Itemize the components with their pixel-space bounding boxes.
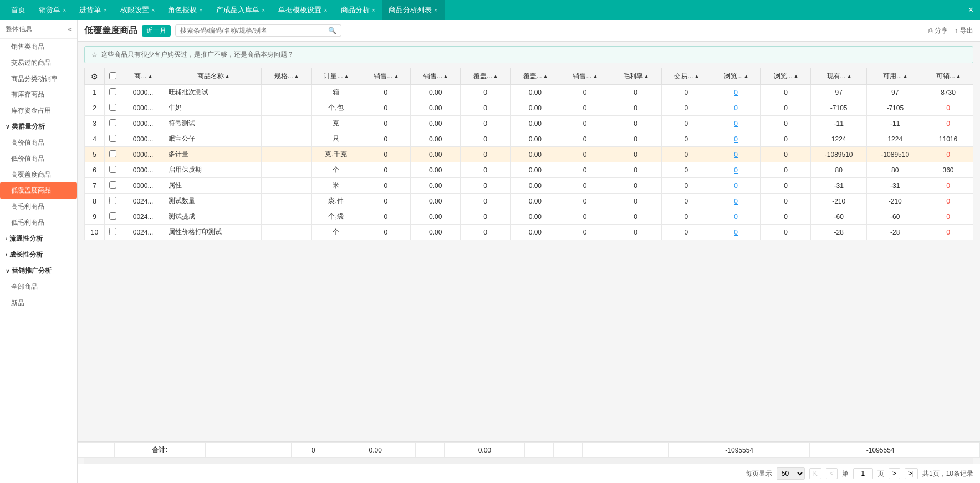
th-cover-amt[interactable]: 覆盖... ▴ [510,68,560,85]
cell-check[interactable] [105,178,121,194]
cell-check[interactable] [105,147,121,162]
th-avail-stock[interactable]: 可用... ▴ [867,68,923,85]
row-checkbox[interactable] [109,181,116,189]
collapse-icon[interactable]: « [68,26,72,33]
row-checkbox[interactable] [109,119,116,126]
row-checkbox[interactable] [109,197,116,204]
cell-view1[interactable]: 0 [711,147,761,162]
th-trade-count[interactable]: 交易... ▴ [661,68,711,85]
nav-product-stock-close[interactable]: × [262,7,265,13]
cell-check[interactable] [105,194,121,209]
sidebar-item-category-rate[interactable]: 商品分类动销率 [0,71,77,87]
cell-view1[interactable]: 0 [711,209,761,225]
nav-product-analysis[interactable]: 商品分析 × [334,0,382,20]
th-saleable-stock[interactable]: 可销... ▴ [923,68,973,85]
nav-template[interactable]: 单据模板设置 × [272,0,334,20]
th-gear[interactable]: ⚙ [85,68,105,85]
sidebar-section-flow[interactable]: › 流通性分析 [0,231,77,247]
view-link[interactable]: 0 [734,120,738,128]
cell-check[interactable] [105,131,121,147]
cell-view1[interactable]: 0 [711,85,761,100]
sidebar-item-new-goods[interactable]: 新品 [0,295,77,311]
th-name[interactable]: 商品名称 ▴ [165,68,262,85]
nav-purchase-close[interactable]: × [103,7,106,13]
row-checkbox[interactable] [109,166,116,173]
th-spec[interactable]: 规格... ▴ [261,68,311,85]
first-page-button[interactable]: K [809,468,821,479]
page-number-input[interactable] [853,468,873,479]
nav-permission[interactable]: 权限设置 × [114,0,161,20]
cell-view1[interactable]: 0 [711,225,761,240]
view-link[interactable]: 0 [734,166,738,174]
cell-view1[interactable]: 0 [711,162,761,178]
nav-sales[interactable]: 销货单 × [32,0,73,20]
th-sale-qty[interactable]: 销售... ▴ [361,68,411,85]
nav-product-analysis-list-close[interactable]: × [434,7,437,13]
cell-check[interactable] [105,116,121,131]
nav-purchase[interactable]: 进货单 × [73,0,113,20]
nav-product-analysis-list[interactable]: 商品分析列表 × [382,0,444,20]
th-current-stock[interactable]: 现有... ▴ [810,68,867,85]
nav-permission-close[interactable]: × [151,7,155,13]
share-button[interactable]: ⎙ 分享 [928,26,948,35]
sidebar-section-cluster[interactable]: ∨ 类群量分析 [0,119,77,135]
sidebar-item-high-coverage[interactable]: 高覆盖度商品 [0,167,77,183]
table-wrapper[interactable]: ⚙ 商... ▴ 商品名称 ▴ 规格... ▴ 计量... ▴ 销售... ▴ … [84,68,973,441]
nav-product-stock[interactable]: 产成品入库单 × [210,0,272,20]
sidebar-section-marketing[interactable]: ∨ 营销推广分析 [0,263,77,279]
view-link[interactable]: 0 [734,89,738,96]
sidebar-item-capital[interactable]: 库存资金占用 [0,103,77,119]
th-unit[interactable]: 计量... ▴ [311,68,361,85]
row-checkbox[interactable] [109,88,116,95]
view-link[interactable]: 0 [734,151,738,159]
nav-sales-close[interactable]: × [63,7,66,13]
cell-check[interactable] [105,162,121,178]
nav-role-close[interactable]: × [199,7,202,13]
view-link[interactable]: 0 [734,182,738,190]
cell-view1[interactable]: 0 [711,131,761,147]
sidebar-header[interactable]: 整体信息 « [0,20,77,39]
horizontal-scrollbar[interactable] [84,458,973,464]
cell-check[interactable] [105,225,121,240]
view-link[interactable]: 0 [734,104,738,112]
nav-template-close[interactable]: × [324,7,327,13]
nav-product-analysis-close[interactable]: × [372,7,375,13]
search-input[interactable] [180,27,326,34]
time-filter-button[interactable]: 近一月 [142,25,171,37]
view-link[interactable]: 0 [734,213,738,221]
cell-view1[interactable]: 0 [711,100,761,116]
check-all[interactable] [109,72,116,79]
view-link[interactable]: 0 [734,197,738,205]
sidebar-item-high-profit[interactable]: 高毛利商品 [0,199,77,215]
view-link[interactable]: 0 [734,228,738,236]
next-page-button[interactable]: > [889,468,900,479]
close-all-button[interactable]: × [962,0,980,20]
cell-view1[interactable]: 0 [711,194,761,209]
cell-view1[interactable]: 0 [711,116,761,131]
row-checkbox[interactable] [109,212,116,220]
sidebar-item-low-profit[interactable]: 低毛利商品 [0,215,77,231]
sidebar-item-in-stock[interactable]: 有库存商品 [0,87,77,103]
nav-home[interactable]: 首页 [4,0,32,20]
nav-role[interactable]: 角色授权 × [161,0,209,20]
cell-check[interactable] [105,100,121,116]
row-checkbox[interactable] [109,150,116,157]
sidebar-item-traded-goods[interactable]: 交易过的商品 [0,55,77,71]
export-button[interactable]: ↑ 导出 [955,26,973,35]
sidebar-item-high-value[interactable]: 高价值商品 [0,135,77,151]
row-checkbox[interactable] [109,104,116,111]
sidebar-section-growth[interactable]: › 成长性分析 [0,247,77,263]
row-checkbox[interactable] [109,228,116,235]
sidebar-item-low-coverage[interactable]: 低覆盖度商品 [0,182,77,199]
sidebar-item-sales-goods[interactable]: 销售类商品 [0,39,77,55]
cell-view1[interactable]: 0 [711,178,761,194]
th-view1[interactable]: 浏览... ▴ [711,68,761,85]
cell-check[interactable] [105,209,121,225]
th-sale-amt[interactable]: 销售... ▴ [411,68,461,85]
sidebar-item-all-goods[interactable]: 全部商品 [0,279,77,295]
th-view2[interactable]: 浏览... ▴ [761,68,811,85]
gear-icon[interactable]: ⚙ [91,72,98,81]
row-checkbox[interactable] [109,135,116,142]
cell-check[interactable] [105,85,121,100]
prev-page-button[interactable]: < [826,468,838,479]
